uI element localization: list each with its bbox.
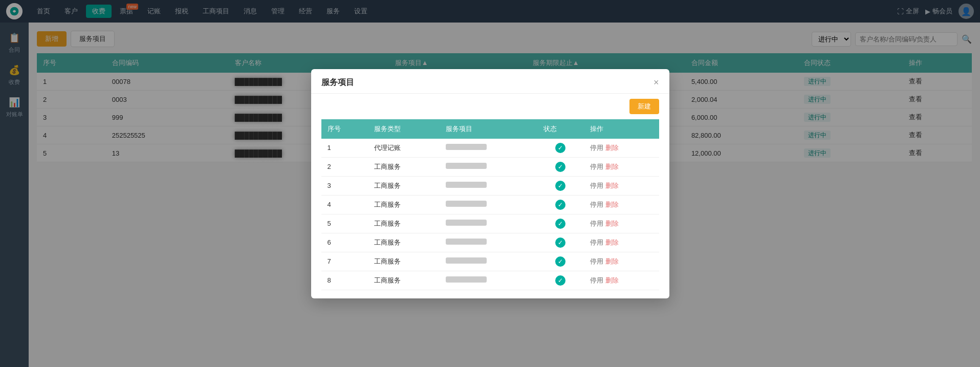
- disable-button[interactable]: 停用: [590, 276, 603, 285]
- modal-service-table: 序号服务类型服务项目状态操作 1代理记账✓停用 删除2工商服务✓停用 删除3工商…: [321, 119, 659, 290]
- modal-table-row: 7工商服务✓停用 删除: [321, 252, 659, 271]
- status-check-icon: ✓: [555, 219, 565, 229]
- modal-table-row: 8工商服务✓停用 删除: [321, 271, 659, 290]
- modal-overlay[interactable]: 服务项目 × 新建 序号服务类型服务项目状态操作 1代理记账✓停用 删除2工商服…: [0, 0, 980, 367]
- delete-button[interactable]: 删除: [605, 162, 619, 171]
- modal-table-body: 1代理记账✓停用 删除2工商服务✓停用 删除3工商服务✓停用 删除4工商服务✓停…: [321, 139, 659, 290]
- modal-row-6-seq: 7: [321, 252, 368, 271]
- modal-table-row: 5工商服务✓停用 删除: [321, 214, 659, 233]
- modal-row-1-item: [440, 157, 537, 176]
- modal-col-header-4: 操作: [584, 119, 659, 139]
- modal-row-2-seq: 3: [321, 176, 368, 195]
- modal-new-button[interactable]: 新建: [629, 99, 659, 114]
- modal-col-header-1: 服务类型: [368, 119, 439, 139]
- disable-button[interactable]: 停用: [590, 181, 603, 190]
- disable-button[interactable]: 停用: [590, 200, 603, 209]
- modal-row-2-type: 工商服务: [368, 176, 439, 195]
- modal-row-1-type: 工商服务: [368, 157, 439, 176]
- modal-row-7-type: 工商服务: [368, 271, 439, 290]
- modal-row-1-status: ✓: [537, 157, 584, 176]
- modal-row-5-ops: 停用 删除: [584, 233, 659, 252]
- modal-table-row: 1代理记账✓停用 删除: [321, 139, 659, 158]
- modal-row-4-type: 工商服务: [368, 214, 439, 233]
- modal-row-2-item: [440, 176, 537, 195]
- modal-table-row: 2工商服务✓停用 删除: [321, 157, 659, 176]
- status-check-icon: ✓: [555, 200, 565, 210]
- modal-row-6-item: [440, 252, 537, 271]
- modal-row-5-status: ✓: [537, 233, 584, 252]
- status-check-icon: ✓: [555, 143, 565, 153]
- modal-col-header-3: 状态: [537, 119, 584, 139]
- modal-row-3-ops: 停用 删除: [584, 195, 659, 214]
- modal-row-0-item: [440, 139, 537, 158]
- modal-row-3-type: 工商服务: [368, 195, 439, 214]
- delete-button[interactable]: 删除: [605, 276, 619, 285]
- modal-row-5-type: 工商服务: [368, 233, 439, 252]
- status-check-icon: ✓: [555, 162, 565, 172]
- modal-row-0-type: 代理记账: [368, 139, 439, 158]
- modal-close-button[interactable]: ×: [654, 77, 659, 88]
- modal-row-7-ops: 停用 删除: [584, 271, 659, 290]
- modal-row-3-seq: 4: [321, 195, 368, 214]
- modal-header: 服务项目 ×: [311, 69, 669, 94]
- modal-table-row: 6工商服务✓停用 删除: [321, 233, 659, 252]
- disable-button[interactable]: 停用: [590, 162, 603, 171]
- status-check-icon: ✓: [555, 275, 565, 286]
- delete-button[interactable]: 删除: [605, 257, 619, 266]
- status-check-icon: ✓: [555, 256, 565, 267]
- modal-row-5-item: [440, 233, 537, 252]
- modal-row-6-type: 工商服务: [368, 252, 439, 271]
- modal-row-1-seq: 2: [321, 157, 368, 176]
- service-item-modal: 服务项目 × 新建 序号服务类型服务项目状态操作 1代理记账✓停用 删除2工商服…: [311, 69, 669, 298]
- modal-toolbar: 新建: [311, 94, 669, 119]
- modal-table-row: 4工商服务✓停用 删除: [321, 195, 659, 214]
- modal-col-header-0: 序号: [321, 119, 368, 139]
- modal-row-6-status: ✓: [537, 252, 584, 271]
- disable-button[interactable]: 停用: [590, 219, 603, 228]
- status-check-icon: ✓: [555, 238, 565, 248]
- modal-row-3-item: [440, 195, 537, 214]
- disable-button[interactable]: 停用: [590, 143, 603, 153]
- modal-row-4-item: [440, 214, 537, 233]
- modal-table-row: 3工商服务✓停用 删除: [321, 176, 659, 195]
- delete-button[interactable]: 删除: [605, 238, 619, 247]
- delete-button[interactable]: 删除: [605, 219, 619, 228]
- status-check-icon: ✓: [555, 181, 565, 191]
- modal-row-0-seq: 1: [321, 139, 368, 158]
- modal-row-1-ops: 停用 删除: [584, 157, 659, 176]
- delete-button[interactable]: 删除: [605, 200, 619, 209]
- modal-row-7-seq: 8: [321, 271, 368, 290]
- modal-table-header-row: 序号服务类型服务项目状态操作: [321, 119, 659, 139]
- modal-row-6-ops: 停用 删除: [584, 252, 659, 271]
- modal-row-0-status: ✓: [537, 139, 584, 158]
- delete-button[interactable]: 删除: [605, 143, 619, 153]
- modal-col-header-2: 服务项目: [440, 119, 537, 139]
- delete-button[interactable]: 删除: [605, 181, 619, 190]
- modal-row-4-ops: 停用 删除: [584, 214, 659, 233]
- modal-title: 服务项目: [321, 77, 354, 88]
- modal-row-4-status: ✓: [537, 214, 584, 233]
- disable-button[interactable]: 停用: [590, 257, 603, 266]
- modal-row-7-status: ✓: [537, 271, 584, 290]
- disable-button[interactable]: 停用: [590, 238, 603, 247]
- modal-row-7-item: [440, 271, 537, 290]
- modal-row-4-seq: 5: [321, 214, 368, 233]
- modal-row-3-status: ✓: [537, 195, 584, 214]
- modal-row-0-ops: 停用 删除: [584, 139, 659, 158]
- modal-row-5-seq: 6: [321, 233, 368, 252]
- modal-row-2-ops: 停用 删除: [584, 176, 659, 195]
- modal-table-wrap: 序号服务类型服务项目状态操作 1代理记账✓停用 删除2工商服务✓停用 删除3工商…: [311, 119, 669, 298]
- modal-row-2-status: ✓: [537, 176, 584, 195]
